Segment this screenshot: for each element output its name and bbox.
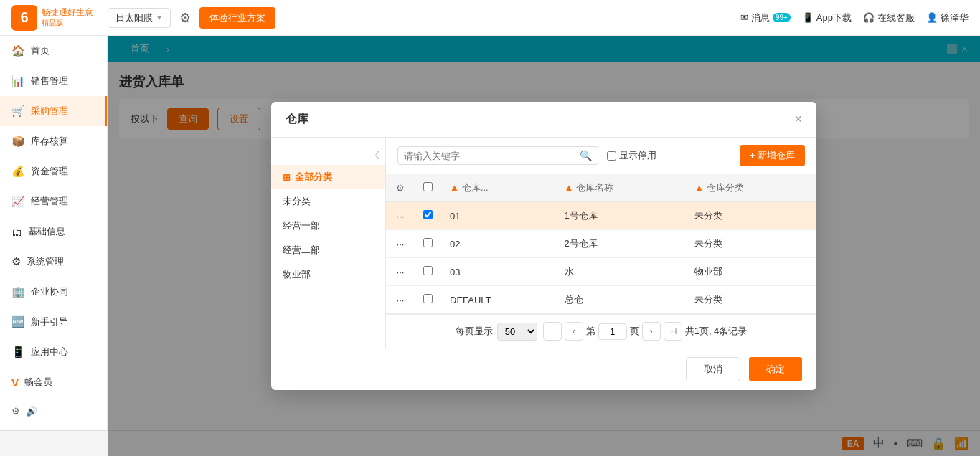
cat-item-none[interactable]: 未分类: [271, 189, 385, 214]
exp-btn[interactable]: 体验行业方案: [199, 7, 275, 29]
cat-item-all[interactable]: ⊞ 全部分类: [271, 165, 385, 189]
online-service-btn[interactable]: 🎧 在线客服: [863, 11, 915, 24]
sidebar-item-enterprise[interactable]: 🏢 企业协同: [0, 277, 107, 307]
row-checkbox[interactable]: [415, 258, 441, 286]
row-checkbox-input[interactable]: [423, 266, 433, 275]
row-checkbox[interactable]: [415, 286, 441, 314]
sidebar-label-guide: 新手引导: [31, 315, 68, 328]
category-sidebar: 《 ⊞ 全部分类 未分类 经营一部 经营二部 物业部: [271, 138, 386, 348]
sidebar-item-stock[interactable]: 📦 库存核算: [0, 126, 107, 156]
message-btn[interactable]: ✉ 消息 99+: [740, 11, 791, 24]
search-box: 🔍: [397, 146, 598, 165]
service-label: 在线客服: [877, 11, 915, 24]
row-code: 01: [441, 202, 556, 230]
more-icon[interactable]: ···: [397, 267, 405, 277]
th-code-label: 仓库...: [462, 182, 489, 193]
table-toolbar: 🔍 显示停用 + 新增仓库: [386, 138, 816, 174]
warehouse-table: ⚙ ▲仓库... ▲仓库名称 ▲仓库分类 ··· 01 1号仓库 未分类 ···…: [386, 174, 816, 314]
chart-icon: 📊: [11, 75, 25, 87]
sidebar-label-app: 应用中心: [31, 346, 68, 358]
sidebar-item-app[interactable]: 📱 应用中心: [0, 337, 107, 367]
row-actions[interactable]: ···: [386, 230, 415, 258]
cat-label-prop: 物业部: [283, 268, 311, 281]
total-info: 共1页, 4条记录: [685, 325, 748, 338]
sidebar-item-guide[interactable]: 🆕 新手引导: [0, 307, 107, 337]
sidebar-item-purchase[interactable]: 🛒 采购管理: [0, 96, 107, 126]
row-checkbox[interactable]: [415, 202, 441, 230]
app-download-btn[interactable]: 📱 App下载: [802, 11, 852, 24]
sidebar-label-operation: 经营管理: [31, 195, 68, 208]
row-category: 未分类: [686, 230, 816, 258]
sidebar-label-sales: 销售管理: [31, 75, 68, 87]
th-name[interactable]: ▲仓库名称: [556, 174, 687, 202]
username: 徐泽华: [941, 11, 969, 24]
select-all-checkbox[interactable]: [423, 182, 433, 191]
per-page-label: 每页显示: [456, 325, 493, 338]
table-area: 🔍 显示停用 + 新增仓库 ⚙: [386, 138, 816, 348]
row-name: 总仓: [556, 286, 687, 314]
first-page-btn[interactable]: ⊢: [543, 322, 562, 341]
sidebar-item-basic[interactable]: 🗂 基础信息: [0, 217, 107, 247]
confirm-button[interactable]: 确定: [749, 357, 802, 381]
user-icon: 👤: [926, 12, 938, 23]
folder-icon: 🗂: [11, 226, 22, 238]
add-warehouse-btn[interactable]: + 新增仓库: [740, 145, 805, 166]
row-actions[interactable]: ···: [386, 286, 415, 314]
table-row[interactable]: ··· 03 水 物业部: [386, 258, 816, 286]
sidebar-item-finance[interactable]: 💰 资金管理: [0, 156, 107, 186]
home-icon: 🏠: [11, 44, 25, 57]
page-input[interactable]: [598, 323, 627, 340]
sidebar-toggle-icon[interactable]: 《: [271, 146, 385, 165]
th-code[interactable]: ▲仓库...: [441, 174, 556, 202]
row-actions[interactable]: ···: [386, 258, 415, 286]
sidebar-label-basic: 基础信息: [28, 225, 65, 238]
sidebar-item-operation[interactable]: 📈 经营管理: [0, 186, 107, 217]
row-actions[interactable]: ···: [386, 202, 415, 230]
logo: 6 畅捷通好生意 精品版: [11, 5, 93, 31]
disabled-checkbox-input[interactable]: [607, 151, 616, 161]
cat-item-prop[interactable]: 物业部: [271, 262, 385, 287]
search-icon: 🔍: [580, 150, 592, 161]
sidebar-label-enterprise: 企业协同: [31, 285, 68, 298]
more-icon[interactable]: ···: [397, 211, 405, 222]
per-page-select[interactable]: 50 100: [497, 323, 537, 341]
search-input[interactable]: [404, 151, 575, 161]
cat-item-op2[interactable]: 经营二部: [271, 238, 385, 262]
table-row[interactable]: ··· 02 2号仓库 未分类: [386, 230, 816, 258]
sidebar-label-stock: 库存核算: [31, 135, 68, 148]
show-disabled-checkbox[interactable]: 显示停用: [607, 149, 656, 162]
row-checkbox[interactable]: [415, 230, 441, 258]
cat-label-op2: 经营二部: [283, 244, 320, 257]
sidebar-item-system[interactable]: ⚙ 系统管理: [0, 247, 107, 277]
settings-icon[interactable]: ⚙: [179, 10, 191, 26]
th-category[interactable]: ▲仓库分类: [686, 174, 816, 202]
next-page-btn[interactable]: ›: [642, 322, 661, 341]
more-icon[interactable]: ···: [397, 239, 405, 250]
row-checkbox-input[interactable]: [423, 210, 433, 219]
new-icon: 🆕: [11, 315, 25, 328]
sidebar-item-sales[interactable]: 📊 销售管理: [0, 66, 107, 96]
row-checkbox-input[interactable]: [423, 238, 433, 247]
sidebar-settings[interactable]: ⚙ 🔊: [0, 397, 107, 425]
user-menu[interactable]: 👤 徐泽华: [926, 11, 969, 24]
modal-close-icon[interactable]: ×: [794, 112, 802, 127]
table-row[interactable]: ··· DEFAULT 总仓 未分类: [386, 286, 816, 314]
last-page-btn[interactable]: ⊣: [664, 322, 682, 341]
phone-icon: 📱: [802, 12, 814, 23]
sidebar-item-home[interactable]: 🏠 首页: [0, 36, 107, 66]
per-page-selector: 每页显示 50 100: [456, 323, 537, 341]
more-icon[interactable]: ···: [397, 295, 405, 305]
row-checkbox-input[interactable]: [423, 294, 433, 303]
cat-label-none: 未分类: [283, 195, 311, 208]
table-scroll: ⚙ ▲仓库... ▲仓库名称 ▲仓库分类 ··· 01 1号仓库 未分类 ···…: [386, 174, 816, 314]
sidebar-label-member: 畅会员: [24, 376, 52, 389]
th-settings: ⚙: [386, 174, 415, 202]
company-selector[interactable]: 日太阳膜 ▼: [108, 8, 171, 28]
sidebar-item-member[interactable]: V 畅会员: [0, 367, 107, 397]
cancel-button[interactable]: 取消: [686, 357, 740, 381]
logo-icon: 6: [11, 5, 37, 31]
cat-item-op1[interactable]: 经营一部: [271, 214, 385, 238]
app-dl-label: App下载: [816, 11, 852, 24]
prev-page-btn[interactable]: ‹: [565, 322, 583, 341]
table-row[interactable]: ··· 01 1号仓库 未分类: [386, 202, 816, 230]
